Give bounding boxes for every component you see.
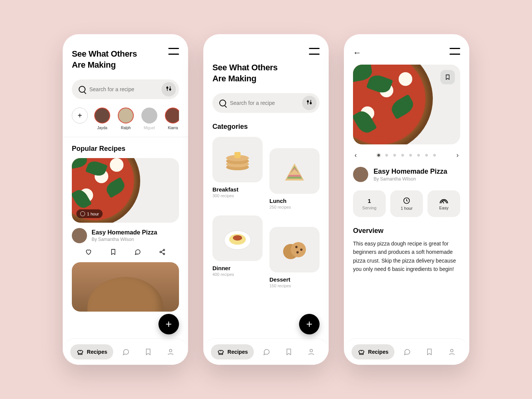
- category-image: [212, 215, 263, 261]
- clock-icon: [403, 197, 410, 204]
- nav-label: Recipes: [87, 349, 108, 355]
- nav-chat[interactable]: [256, 344, 276, 359]
- recipe-card[interactable]: 1 hour Easy Homemade Pizza By Samantha W…: [72, 158, 179, 255]
- heart-icon[interactable]: [85, 249, 92, 255]
- author-avatar[interactable]: [353, 167, 368, 182]
- search-icon: [79, 86, 86, 93]
- svg-point-37: [451, 349, 453, 352]
- bookmark-icon[interactable]: [110, 249, 117, 255]
- user-icon: [448, 348, 456, 356]
- filter-button[interactable]: [162, 82, 176, 97]
- stories-row: + Jayda Ralph Miguel Kiarra Joce: [72, 108, 179, 130]
- bookmark-button[interactable]: [440, 70, 455, 84]
- recipe-author: By Samantha Wilson: [374, 176, 447, 182]
- story-item[interactable]: Ralph: [117, 108, 135, 130]
- recipe-author: By Samantha Wilson: [92, 237, 157, 242]
- nav-profile[interactable]: [442, 344, 462, 359]
- category-card-lunch[interactable]: Lunch 250 recipes: [269, 137, 320, 209]
- popular-recipes-heading: Popular Recipes: [72, 145, 179, 153]
- carousel-dot[interactable]: [385, 154, 388, 157]
- overview-heading: Overview: [353, 227, 460, 235]
- time-badge: 1 hour: [76, 209, 103, 218]
- carousel-dot[interactable]: [377, 154, 380, 157]
- story-name-label: Kiarra: [168, 126, 178, 130]
- gauge-icon: [439, 197, 448, 204]
- nav-recipes[interactable]: Recipes: [211, 344, 254, 359]
- add-story-button[interactable]: +: [72, 108, 88, 124]
- stat-value: 1: [368, 198, 371, 204]
- nav-saved[interactable]: [279, 344, 299, 359]
- chat-icon: [263, 348, 270, 356]
- svg-point-28: [291, 242, 306, 257]
- bookmark-icon: [426, 348, 433, 356]
- search-input[interactable]: [89, 86, 158, 92]
- hamburger-menu-icon[interactable]: [168, 48, 179, 55]
- back-arrow-icon[interactable]: ←: [353, 48, 361, 58]
- divider: [63, 137, 188, 137]
- nav-profile[interactable]: [301, 344, 321, 359]
- svg-point-2: [166, 87, 168, 89]
- phone-screen-home: See What Others Are Making + Jayda Ralph: [63, 34, 188, 365]
- carousel-dot[interactable]: [417, 154, 420, 157]
- filter-button[interactable]: [302, 96, 317, 110]
- nav-recipes[interactable]: Recipes: [70, 344, 114, 359]
- carousel-dot[interactable]: [393, 154, 396, 157]
- bottom-nav: Recipes: [203, 338, 329, 365]
- nav-saved[interactable]: [420, 344, 439, 359]
- comment-icon[interactable]: [134, 249, 141, 255]
- chevron-right-icon[interactable]: ›: [455, 151, 460, 159]
- carousel-dot[interactable]: [425, 154, 428, 157]
- stat-difficulty: Easy: [428, 190, 460, 217]
- svg-point-31: [296, 251, 299, 253]
- category-card-dinner[interactable]: Dinner 400 recipes: [212, 215, 263, 288]
- category-card-dessert[interactable]: Dessert 150 recipes: [269, 215, 320, 288]
- category-card-breakfast[interactable]: Breakfast 300 recipes: [212, 137, 263, 209]
- stat-label: Easy: [439, 206, 448, 210]
- category-name: Dessert: [269, 276, 320, 283]
- user-icon: [307, 348, 315, 356]
- svg-point-13: [307, 101, 309, 102]
- story-item[interactable]: Kiarra: [164, 108, 179, 130]
- user-icon: [167, 348, 174, 356]
- category-image: [269, 148, 320, 194]
- nav-chat[interactable]: [116, 344, 136, 359]
- svg-point-3: [169, 89, 171, 90]
- phone-screen-detail: ← ‹: [344, 34, 469, 365]
- search-bar[interactable]: [72, 79, 179, 99]
- categories-heading: Categories: [212, 123, 320, 131]
- carousel-dot[interactable]: [401, 154, 404, 157]
- phone-screen-categories: See What Others Are Making Categories Br…: [203, 34, 329, 365]
- category-image: [212, 137, 263, 182]
- svg-point-29: [295, 246, 298, 248]
- category-image: [269, 227, 320, 272]
- search-input[interactable]: [230, 100, 298, 106]
- nav-recipes[interactable]: Recipes: [352, 344, 395, 359]
- bookmark-icon: [445, 74, 451, 80]
- story-name-label: Miguel: [144, 126, 155, 130]
- hamburger-menu-icon[interactable]: [450, 48, 460, 55]
- carousel-dot[interactable]: [433, 154, 436, 157]
- hamburger-menu-icon[interactable]: [309, 48, 320, 55]
- author-avatar[interactable]: [72, 228, 87, 243]
- chevron-left-icon[interactable]: ‹: [353, 151, 358, 159]
- story-item[interactable]: Miguel: [140, 108, 158, 130]
- stat-label: Serving: [362, 206, 376, 210]
- avatar: [141, 108, 157, 124]
- page-title: See What Others Are Making: [212, 62, 320, 84]
- sliders-icon: [306, 99, 313, 107]
- nav-profile[interactable]: [161, 344, 180, 359]
- story-item[interactable]: Jayda: [93, 108, 111, 130]
- share-icon[interactable]: [159, 249, 166, 255]
- nav-chat[interactable]: [397, 344, 417, 359]
- search-bar[interactable]: [212, 93, 320, 113]
- overview-text: This easy pizza dough recipe is great fo…: [353, 239, 460, 274]
- recipe-stats: 1 Serving 1 hour Easy: [353, 190, 460, 217]
- carousel-dot[interactable]: [409, 154, 412, 157]
- nav-label: Recipes: [228, 349, 248, 355]
- nav-saved[interactable]: [138, 344, 158, 359]
- add-recipe-fab[interactable]: +: [299, 314, 320, 334]
- recipe-image-bread[interactable]: [72, 262, 179, 312]
- svg-line-7: [161, 250, 163, 252]
- add-recipe-fab[interactable]: +: [158, 314, 179, 334]
- svg-line-35: [442, 201, 444, 203]
